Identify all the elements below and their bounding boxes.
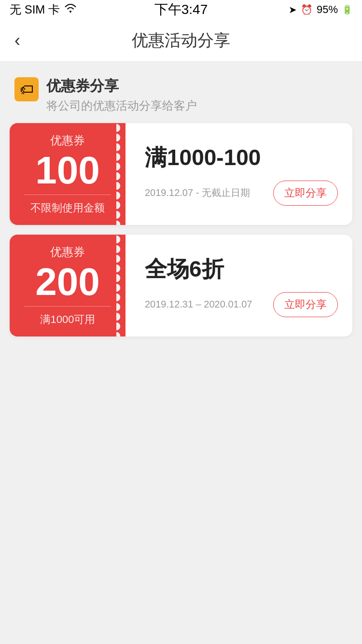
battery-text: 95% — [317, 3, 338, 16]
coupon-right-1: 满1000-100 2019.12.07 - 无截止日期 立即分享 — [125, 123, 352, 225]
back-button[interactable]: ‹ — [14, 30, 20, 51]
status-right: ➤ ⏰ 95% 🔋 — [289, 3, 352, 16]
coupon-condition-1: 不限制使用金额 — [30, 201, 105, 215]
coupon-divider-1 — [24, 195, 111, 195]
section-text: 优惠券分享 将公司的优惠活动分享给客户 — [46, 76, 197, 113]
coupon-amount-1: 100 — [35, 151, 99, 190]
coupon-bottom-row-2: 2019.12.31 – 2020.01.07 立即分享 — [145, 292, 338, 317]
carrier-text: 无 SIM 卡 — [10, 2, 60, 17]
coupon-date-1: 2019.12.07 - 无截止日期 — [145, 186, 268, 199]
coupon-list: 优惠券 100 不限制使用金额 满1000-100 2019.12.07 - 无… — [0, 123, 362, 346]
status-bar: 无 SIM 卡 下午3:47 ➤ ⏰ 95% 🔋 — [0, 0, 362, 19]
section-header: 🏷 优惠券分享 将公司的优惠活动分享给客户 — [0, 62, 362, 123]
coupon-amount-2: 200 — [35, 263, 99, 301]
wifi-icon — [64, 3, 77, 16]
empty-area — [0, 346, 362, 588]
coupon-left-2: 优惠券 200 满1000可用 — [10, 235, 125, 336]
coupon-card-2: 优惠券 200 满1000可用 全场6折 2019.12.31 – 2020.0… — [10, 235, 352, 336]
status-time: 下午3:47 — [154, 0, 208, 19]
nav-bar: ‹ 优惠活动分享 — [0, 19, 362, 62]
coupon-bottom-row-1: 2019.12.07 - 无截止日期 立即分享 — [145, 181, 338, 206]
battery-icon: 🔋 — [342, 4, 352, 15]
location-icon: ➤ — [289, 4, 297, 15]
status-left: 无 SIM 卡 — [10, 2, 77, 17]
coupon-condition-2: 满1000可用 — [40, 312, 96, 327]
coupon-label-2: 优惠券 — [50, 244, 85, 260]
coupon-right-2: 全场6折 2019.12.31 – 2020.01.07 立即分享 — [125, 235, 352, 336]
coupon-date-2: 2019.12.31 – 2020.01.07 — [145, 299, 268, 310]
alarm-icon: ⏰ — [301, 4, 313, 15]
coupon-share-icon: 🏷 — [20, 82, 33, 98]
coupon-label-1: 优惠券 — [50, 133, 85, 148]
section-title: 优惠券分享 — [46, 76, 197, 96]
coupon-name-2: 全场6折 — [145, 254, 338, 284]
page-title: 优惠活动分享 — [132, 29, 230, 52]
coupon-card-1: 优惠券 100 不限制使用金额 满1000-100 2019.12.07 - 无… — [10, 123, 352, 225]
coupon-left-1: 优惠券 100 不限制使用金额 — [10, 123, 125, 225]
share-button-2[interactable]: 立即分享 — [273, 292, 338, 317]
coupon-divider-2 — [24, 306, 111, 307]
section-desc: 将公司的优惠活动分享给客户 — [46, 98, 197, 113]
section-icon: 🏷 — [14, 77, 39, 101]
share-button-1[interactable]: 立即分享 — [273, 181, 338, 206]
coupon-name-1: 满1000-100 — [145, 143, 338, 173]
